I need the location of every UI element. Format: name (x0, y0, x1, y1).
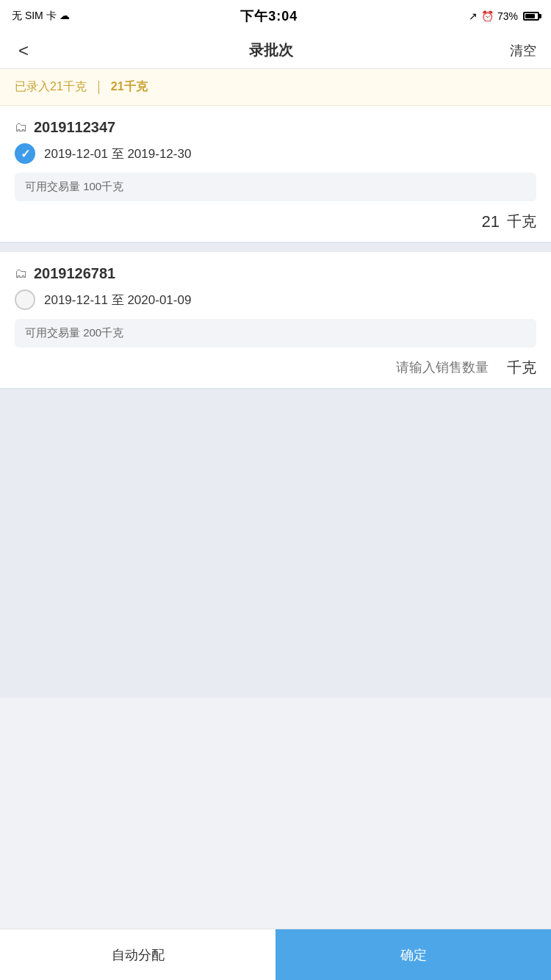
batch1-quantity-value[interactable]: 21 (482, 212, 500, 231)
clear-button[interactable]: 清空 (510, 42, 536, 60)
batch2-available: 可用交易量 200千克 (15, 319, 536, 347)
batch1-id: 2019112347 (34, 119, 115, 136)
summary-divider (98, 81, 99, 94)
sale-quantity-input[interactable] (279, 360, 500, 375)
battery-percent: 73% (497, 10, 518, 22)
batch2-header: 🗂 2019126781 (15, 265, 536, 282)
bottom-bar: 自动分配 确定 (0, 929, 551, 980)
batch2-unit: 千克 (507, 358, 536, 378)
batch1-quantity-unit: 千克 (507, 212, 536, 231)
batch2-input-row[interactable]: 千克 (0, 347, 551, 389)
batch1-available: 可用交易量 100千克 (15, 173, 536, 201)
status-time: 下午3:04 (240, 7, 298, 25)
batch-card-2: 🗂 2019126781 2019-12-11 至 2020-01-09 可用交… (0, 252, 551, 347)
page-title: 录批次 (249, 40, 293, 60)
summary-value: 21千克 (111, 79, 148, 95)
back-button[interactable]: < (15, 37, 32, 65)
batch1-quantity-row: 21 千克 (0, 201, 551, 243)
nav-bar: < 录批次 清空 (0, 32, 551, 69)
confirm-button[interactable]: 确定 (276, 929, 551, 980)
summary-bar: 已录入21千克 21千克 (0, 69, 551, 106)
battery-icon (523, 12, 539, 21)
batch2-radio[interactable] (15, 289, 35, 310)
summary-label: 已录入21千克 (15, 79, 87, 95)
batch1-header: 🗂 2019112347 (15, 119, 536, 136)
auto-distribute-button[interactable]: 自动分配 (0, 929, 276, 980)
batch2-date: 2019-12-11 至 2020-01-09 (44, 292, 191, 309)
location-icon: ↗ (469, 10, 478, 22)
batch2-date-row[interactable]: 2019-12-11 至 2020-01-09 (15, 289, 536, 310)
section-divider (0, 243, 551, 252)
status-right: ↗ ⏰ 73% (469, 10, 539, 22)
no-sim-label: 无 SIM 卡 ☁ (12, 10, 70, 23)
batch1-date: 2019-12-01 至 2019-12-30 (44, 145, 191, 162)
batch1-radio[interactable] (15, 143, 35, 164)
batch1-icon: 🗂 (15, 120, 28, 135)
status-bar: 无 SIM 卡 ☁ 下午3:04 ↗ ⏰ 73% (0, 0, 551, 32)
empty-area (0, 389, 551, 698)
batch2-icon: 🗂 (15, 266, 28, 281)
batch-card-1: 🗂 2019112347 2019-12-01 至 2019-12-30 可用交… (0, 106, 551, 201)
batch1-date-row[interactable]: 2019-12-01 至 2019-12-30 (15, 143, 536, 164)
alarm-icon: ⏰ (481, 10, 494, 22)
status-left: 无 SIM 卡 ☁ (12, 10, 70, 23)
batch2-id: 2019126781 (34, 265, 115, 282)
